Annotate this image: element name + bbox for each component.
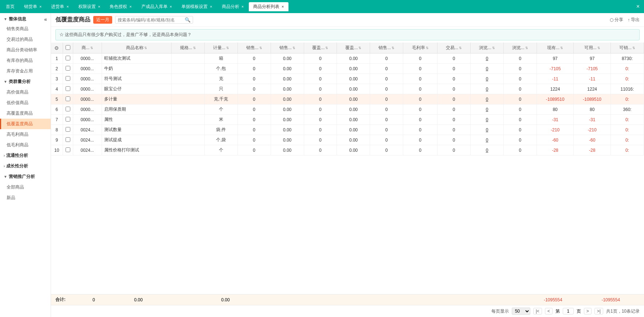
row-cov1: 0 bbox=[304, 145, 337, 155]
row-checkbox[interactable] bbox=[63, 74, 73, 84]
nav-purchase-close[interactable]: × bbox=[66, 4, 68, 9]
row-gross: 0 bbox=[403, 64, 437, 74]
col-trade[interactable]: 交易...⇅ bbox=[437, 43, 471, 54]
nav-permission[interactable]: 权限设置 × bbox=[74, 2, 105, 11]
nav-sales-close[interactable]: × bbox=[39, 4, 42, 9]
col-gross[interactable]: 毛利率⇅ bbox=[403, 43, 437, 54]
col-check[interactable] bbox=[63, 43, 73, 54]
nav-sales[interactable]: 销货单 × bbox=[20, 2, 46, 11]
gear-icon[interactable]: ⚙ bbox=[54, 45, 59, 51]
col-view1[interactable]: 浏览...⇅ bbox=[471, 43, 504, 54]
nav-product-analysis-list-close[interactable]: × bbox=[282, 4, 284, 9]
page-last-btn[interactable]: >| bbox=[594, 308, 603, 314]
sidebar-item-low-profit[interactable]: 低毛利商品 bbox=[0, 140, 51, 150]
row-view1[interactable]: 0 bbox=[471, 104, 504, 115]
sidebar-section-overall[interactable]: ▼ 整体信息 « bbox=[0, 13, 51, 24]
col-name[interactable]: 商品名称⇅ bbox=[102, 43, 171, 54]
nav-purchase[interactable]: 进货单 × bbox=[47, 2, 73, 11]
row-view1[interactable]: 0 bbox=[471, 145, 504, 155]
row-checkbox[interactable] bbox=[63, 135, 73, 145]
sidebar-item-high-profit[interactable]: 高毛利商品 bbox=[0, 129, 51, 140]
row-checkbox[interactable] bbox=[63, 64, 73, 74]
search-icon[interactable]: 🔍 bbox=[185, 17, 191, 23]
nav-home[interactable]: 首页 bbox=[1, 2, 19, 11]
search-input[interactable] bbox=[118, 17, 183, 23]
col-sales-qty[interactable]: 销售...⇅ bbox=[237, 43, 271, 54]
row-view1[interactable]: 0 bbox=[471, 125, 504, 135]
sidebar-section-flow[interactable]: › 流通性分析 bbox=[0, 150, 51, 161]
sidebar-item-high-coverage[interactable]: 高覆盖度商品 bbox=[0, 108, 51, 119]
sidebar-item-low-coverage[interactable]: 低覆盖度商品 bbox=[0, 119, 51, 129]
col-current[interactable]: 现有...⇅ bbox=[537, 43, 574, 54]
row-saleable: 0: bbox=[610, 115, 644, 125]
row-view1[interactable]: 0 bbox=[471, 74, 504, 84]
row-gross: 0 bbox=[403, 125, 437, 135]
nav-template-close[interactable]: × bbox=[210, 4, 212, 9]
row-spec bbox=[172, 145, 205, 155]
nav-role[interactable]: 角色授权 × bbox=[105, 2, 136, 11]
row-sales-amt: 0.00 bbox=[271, 64, 304, 74]
total-current: -1095554 bbox=[544, 297, 562, 302]
page-size-select[interactable]: 50 100 200 bbox=[512, 308, 530, 315]
export-button[interactable]: ↑ 导出 bbox=[628, 17, 640, 23]
sidebar-item-stock-goods[interactable]: 有库存的商品 bbox=[0, 55, 51, 66]
sidebar-section-grow[interactable]: › 成长性分析 bbox=[0, 161, 51, 171]
col-avail[interactable]: 可用...⇅ bbox=[574, 43, 611, 54]
nav-permission-close[interactable]: × bbox=[98, 4, 100, 9]
col-cov1[interactable]: 覆盖...⇅ bbox=[304, 43, 337, 54]
nav-product-in-close[interactable]: × bbox=[170, 4, 172, 9]
share-button[interactable]: ⬡ 分享 bbox=[610, 17, 623, 23]
row-view1[interactable]: 0 bbox=[471, 84, 504, 94]
page-input[interactable]: 1 bbox=[563, 308, 574, 314]
col-sales3[interactable]: 销售...⇅ bbox=[370, 43, 403, 54]
col-code[interactable]: 商...⇅ bbox=[73, 43, 102, 54]
sidebar-section-market[interactable]: ▼ 营销推广分析 bbox=[0, 171, 51, 182]
col-sales-amt[interactable]: 销售...⇅ bbox=[271, 43, 304, 54]
sidebar-item-traded-goods[interactable]: 交易过的商品 bbox=[0, 34, 51, 45]
row-checkbox[interactable] bbox=[63, 54, 73, 64]
sidebar-item-low-value[interactable]: 低价值商品 bbox=[0, 98, 51, 108]
nav-close-all[interactable]: × bbox=[633, 2, 643, 11]
col-gear[interactable]: ⚙ bbox=[51, 43, 63, 54]
select-all-checkbox[interactable] bbox=[66, 45, 70, 50]
row-sales-amt: 0.00 bbox=[271, 125, 304, 135]
nav-role-close[interactable]: × bbox=[129, 4, 131, 9]
row-view1[interactable]: 0 bbox=[471, 135, 504, 145]
sidebar-item-high-value[interactable]: 高价值商品 bbox=[0, 87, 51, 98]
sidebar-collapse-btn[interactable]: « bbox=[44, 16, 47, 22]
row-checkbox[interactable] bbox=[63, 104, 73, 115]
sidebar-item-category-rate[interactable]: 商品分类动销率 bbox=[0, 45, 51, 55]
sidebar-item-new-goods[interactable]: 新品 bbox=[0, 193, 51, 203]
pagination: 每页显示 50 100 200 |< < 第 1 页 > >| 共1页，10条记… bbox=[51, 305, 644, 317]
sidebar-item-sales-goods[interactable]: 销售类商品 bbox=[0, 24, 51, 34]
row-view1[interactable]: 0 bbox=[471, 115, 504, 125]
nav-product-in[interactable]: 产成品入库单 × bbox=[137, 2, 176, 11]
row-checkbox[interactable] bbox=[63, 84, 73, 94]
row-view1[interactable]: 0 bbox=[471, 54, 504, 64]
nav-product-analysis-list[interactable]: 商品分析列表 × bbox=[249, 2, 288, 11]
nav-product-analysis-close[interactable]: × bbox=[242, 4, 244, 9]
table-container[interactable]: ⚙ 商...⇅ 商品名称⇅ 规格...⇅ 计量...⇅ 销售...⇅ 销售...… bbox=[51, 43, 644, 294]
col-saleable[interactable]: 可销...⇅ bbox=[610, 43, 644, 54]
sidebar-item-all-goods[interactable]: 全部商品 bbox=[0, 182, 51, 193]
row-view1[interactable]: 0 bbox=[471, 94, 504, 104]
row-current: -1089510 bbox=[537, 94, 574, 104]
period-button[interactable]: 近一月 bbox=[93, 16, 112, 24]
nav-template[interactable]: 单据模板设置 × bbox=[177, 2, 216, 11]
page-prev-btn[interactable]: < bbox=[545, 308, 553, 314]
col-unit[interactable]: 计量...⇅ bbox=[204, 43, 237, 54]
row-checkbox[interactable] bbox=[63, 115, 73, 125]
row-checkbox[interactable] bbox=[63, 145, 73, 155]
row-checkbox[interactable] bbox=[63, 94, 73, 104]
sidebar-section-sku[interactable]: ▼ 类群量分析 bbox=[0, 76, 51, 87]
col-spec[interactable]: 规格...⇅ bbox=[172, 43, 205, 54]
page-next-btn[interactable]: > bbox=[584, 308, 592, 314]
col-view2[interactable]: 浏览...⇅ bbox=[503, 43, 537, 54]
page-first-btn[interactable]: |< bbox=[533, 308, 542, 314]
row-view1[interactable]: 0 bbox=[471, 64, 504, 74]
row-checkbox[interactable] bbox=[63, 125, 73, 135]
total-label: 合计: bbox=[55, 297, 66, 303]
nav-product-analysis[interactable]: 商品分析 × bbox=[217, 2, 248, 11]
sidebar-item-capital[interactable]: 库存资金占用 bbox=[0, 66, 51, 76]
col-cov2[interactable]: 覆盖...⇅ bbox=[337, 43, 370, 54]
